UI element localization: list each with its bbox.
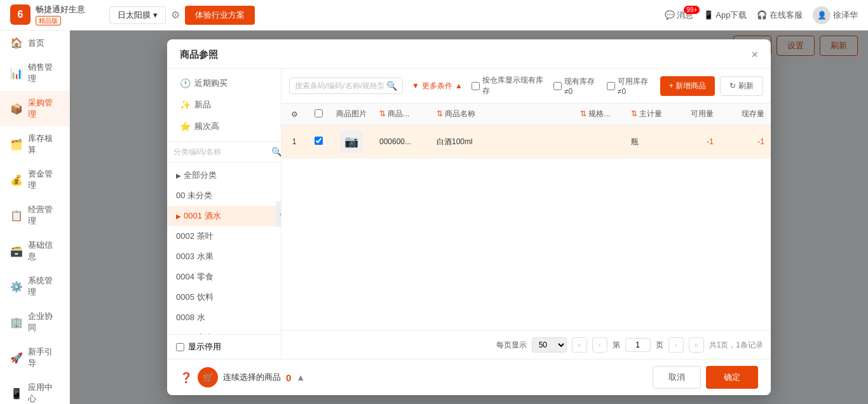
condition-stock-neq0-label: 现有库存≠0 (564, 76, 602, 96)
sidebar-label-inventory: 库存核算 (28, 133, 59, 156)
category-0008[interactable]: 0008 水 (167, 307, 281, 328)
page-size-select[interactable]: 10 20 50 100 (532, 337, 567, 353)
sort-icon-code: ⇅ (379, 109, 386, 118)
first-page-button[interactable]: « (572, 337, 587, 353)
col-header-spec[interactable]: ⇅ 规格... (574, 104, 625, 125)
modal-close-button[interactable]: × (751, 48, 758, 62)
category-0005[interactable]: 0005 饮料 (167, 287, 281, 307)
prev-page-button[interactable]: ‹ (592, 337, 607, 353)
finance-icon: 💰 (10, 174, 23, 186)
sidebar: 🏠 首页 📊 销售管理 📦 采购管理 🗂️ 库存核算 💰 资金管理 📋 经营管理… (0, 30, 70, 404)
condition-avail-neq0[interactable]: 可用库存≠0 (607, 76, 655, 96)
col-header-available: 可用量 (669, 104, 720, 125)
cell-name: 白酒100ml (430, 125, 574, 159)
warehouse-checkbox[interactable] (471, 82, 480, 90)
user-menu[interactable]: 👤 徐泽华 (813, 6, 858, 24)
product-search-input[interactable] (295, 81, 384, 90)
cat-0005-label: 0005 饮料 (176, 292, 214, 303)
cart-collapse-icon[interactable]: ▲ (296, 372, 305, 382)
category-all[interactable]: ▶ 全部分类 (167, 165, 281, 185)
settings-icon[interactable]: ⚙ (171, 9, 180, 21)
collapse-left-panel-button[interactable]: ‹‹ (276, 201, 281, 227)
quick-filter-recent-label: 近期购买 (194, 77, 227, 89)
page-total-info: 共1页，1条记录 (709, 340, 763, 351)
add-product-button[interactable]: + 新增商品 (660, 76, 715, 96)
sidebar-item-system[interactable]: ⚙️ 系统管理 (0, 269, 69, 304)
product-search-icon[interactable]: 🔍 (386, 81, 397, 91)
confirm-button[interactable]: 确定 (706, 366, 758, 389)
sidebar-item-finance[interactable]: 💰 资金管理 (0, 162, 69, 198)
cell-checkbox[interactable] (307, 125, 330, 159)
product-table: ⚙ 商品图片 (281, 104, 771, 330)
quick-filter-buttons: 🕐 近期购买 ✨ 新品 ⭐ 频次高 (167, 69, 281, 141)
next-page-button[interactable]: › (668, 337, 684, 353)
category-0004[interactable]: 0004 零食 (167, 267, 281, 287)
col-header-name[interactable]: ⇅ 商品名称 (430, 104, 574, 125)
try-solution-button[interactable]: 体验行业方案 (185, 6, 255, 25)
row-checkbox[interactable] (315, 137, 323, 145)
download-icon: 📱 (703, 10, 714, 20)
last-page-button[interactable]: » (689, 337, 704, 353)
col-header-settings[interactable]: ⚙ (281, 104, 307, 125)
table-row[interactable]: 1 📷 000600... 白酒100ml 瓶 -1 -1 (281, 125, 771, 159)
app-name: 畅捷通好生意 (36, 4, 85, 15)
modal-right-panel: 🔍 ▼ 更多条件 ▲ 按仓库显示现有库存 (281, 69, 771, 359)
sidebar-item-inventory[interactable]: 🗂️ 库存核算 (0, 126, 69, 162)
sidebar-item-sales[interactable]: 📊 销售管理 (0, 55, 69, 91)
avail-neq0-checkbox[interactable] (607, 82, 615, 90)
category-list: ▶ 全部分类 00 未分类 ▶ 0001 酒水 0002 茶 (167, 163, 281, 334)
col-header-unit[interactable]: ⇅ 主计量 (625, 104, 669, 125)
sidebar-item-enterprise[interactable]: 🏢 企业协同 (0, 304, 69, 340)
category-search-icon[interactable]: 🔍 (271, 147, 281, 157)
condition-stock-neq0[interactable]: 现有库存≠0 (553, 76, 602, 96)
sales-icon: 📊 (10, 67, 23, 79)
col-header-checkbox[interactable] (307, 104, 330, 125)
operations-icon: 📋 (10, 210, 23, 222)
sidebar-item-home[interactable]: 🏠 首页 (0, 30, 69, 55)
online-service-link[interactable]: 🎧 在线客服 (757, 10, 803, 21)
message-badge[interactable]: 💬 99+ 消息 (665, 10, 694, 21)
category-00[interactable]: 00 未分类 (167, 185, 281, 206)
category-search-input[interactable] (173, 147, 269, 156)
table-settings-icon[interactable]: ⚙ (291, 110, 298, 119)
sort-icon-name: ⇅ (437, 109, 443, 118)
sidebar-item-basic-info[interactable]: 🗃️ 基础信息 (0, 233, 69, 269)
quick-filter-recent[interactable]: 🕐 近期购买 (173, 74, 275, 93)
app-tag: 精品版 (36, 16, 61, 25)
sidebar-label-guide: 新手引导 (28, 346, 59, 369)
page-suffix: 页 (656, 340, 663, 351)
quick-filter-new[interactable]: ✨ 新品 (173, 95, 275, 114)
category-0001[interactable]: ▶ 0001 酒水 (167, 206, 281, 226)
category-0010[interactable]: 0010 家电 (167, 328, 281, 334)
cart-icon[interactable]: 🛒 (198, 367, 218, 387)
product-reference-modal: 商品参照 × 🕐 近期购买 ✨ 新 (167, 39, 771, 395)
sidebar-item-apps[interactable]: 📱 应用中心 (0, 375, 69, 404)
modal-overlay: 商品参照 × 🕐 近期购买 ✨ 新 (70, 30, 868, 404)
more-conditions-button[interactable]: ▼ 更多条件 ▲ (408, 78, 466, 94)
cancel-button[interactable]: 取消 (653, 366, 701, 389)
quick-filter-frequent[interactable]: ⭐ 频次高 (173, 117, 275, 136)
filter-conditions: 按仓库显示现有库存 现有库存≠0 可用库存≠0 (471, 75, 655, 97)
page-number-input[interactable] (625, 338, 651, 352)
product-search-wrap: 🔍 (289, 77, 403, 94)
cat-00-label: 00 未分类 (176, 190, 212, 201)
sort-icon-spec: ⇅ (580, 109, 587, 118)
sidebar-item-guide[interactable]: 🚀 新手引导 (0, 340, 69, 375)
sidebar-item-purchase[interactable]: 📦 采购管理 (0, 91, 69, 126)
select-all-checkbox[interactable] (315, 109, 323, 118)
category-0002[interactable]: 0002 茶叶 (167, 226, 281, 246)
pagination: 每页显示 10 20 50 100 « ‹ 第 页 (281, 330, 771, 359)
condition-warehouse[interactable]: 按仓库显示现有库存 (471, 75, 548, 97)
stock-neq0-checkbox[interactable] (553, 82, 562, 90)
sidebar-item-operations[interactable]: 📋 经营管理 (0, 198, 69, 233)
modal-footer: ❓ 🛒 连续选择的商品 0 ▲ 取消 确定 (167, 359, 771, 395)
help-icon[interactable]: ❓ (180, 372, 193, 384)
arrow-icon-0001: ▶ (176, 213, 181, 220)
app-download-link[interactable]: 📱 App下载 (703, 10, 747, 21)
col-header-code[interactable]: ⇅ 商品... (373, 104, 430, 125)
refresh-button[interactable]: ↻ 刷新 (720, 76, 763, 96)
show-disabled-checkbox[interactable] (176, 343, 184, 351)
store-selector[interactable]: 日太阳膜 ▾ (109, 6, 166, 24)
category-0003[interactable]: 0003 水果 (167, 246, 281, 267)
filter-icon: ▼ (412, 81, 419, 90)
